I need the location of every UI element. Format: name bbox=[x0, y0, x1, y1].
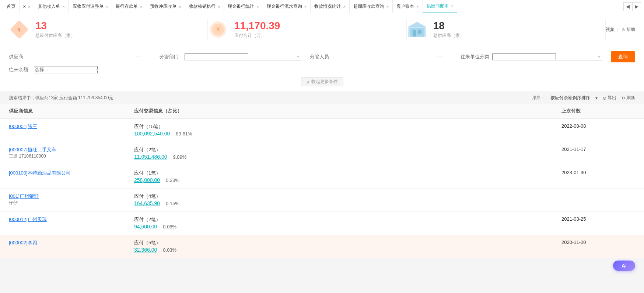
supplier-link[interactable]: [000100]本特勤油品有限公司 bbox=[9, 170, 134, 176]
nav-next-arrow[interactable]: ▶ bbox=[632, 2, 641, 11]
header-actions: 视频 | ⊙ 帮助 bbox=[606, 27, 635, 33]
table-header: 供应商信息 应付交易信息（占比） 上次付数 bbox=[0, 104, 644, 119]
close-icon[interactable]: × bbox=[343, 4, 345, 9]
supplier-info: [000012]广州贝瑞 bbox=[9, 216, 134, 223]
sort-chevron-icon[interactable]: ▾ bbox=[595, 96, 598, 101]
filter-section: 供应商 ··· 分管部门 ▾ 分管人员 ··· 往来单位分类 ▾ bbox=[0, 46, 644, 92]
tx-amount-link[interactable]: 32,366.00 bbox=[134, 247, 157, 253]
person-input[interactable] bbox=[335, 52, 452, 61]
coin-icon: ¥ bbox=[208, 19, 228, 40]
nav-tab-bank-deposit[interactable]: 银行存款单 × bbox=[112, 0, 146, 13]
close-icon[interactable]: × bbox=[218, 4, 220, 9]
transaction-info: 应付（2笔） 11,051,486.00 9.89% bbox=[134, 146, 561, 161]
query-button[interactable]: 查询 bbox=[611, 51, 635, 62]
unit-category-input[interactable] bbox=[492, 53, 556, 60]
close-icon[interactable]: × bbox=[256, 4, 259, 9]
nav-tab-overdue-query[interactable]: 超期应收款查询 × bbox=[350, 0, 393, 13]
supplier-link[interactable]: [000007]恒旺二手叉车 bbox=[9, 146, 134, 153]
unit-category-chevron-icon[interactable]: ▾ bbox=[598, 54, 601, 59]
person-input-wrap: ··· bbox=[335, 52, 452, 61]
close-icon[interactable]: × bbox=[140, 4, 142, 9]
dept-chevron-icon[interactable]: ▾ bbox=[297, 54, 300, 59]
ap-suppliers-count: 13 bbox=[35, 21, 75, 31]
video-link[interactable]: 视频 bbox=[606, 27, 615, 33]
close-icon[interactable]: × bbox=[451, 4, 453, 8]
nav-prev-arrow[interactable]: ◀ bbox=[623, 2, 632, 11]
total-suppliers-label: 总供应商（家） bbox=[433, 32, 464, 39]
table-row: [000001]张三 应付（15笔） 100,092,540.00 89.61%… bbox=[0, 119, 644, 142]
supplier-link[interactable]: [000012]广州贝瑞 bbox=[9, 216, 134, 223]
nav-tab-collection-stats[interactable]: 收款情况统计 × bbox=[311, 0, 349, 13]
svg-text:¥: ¥ bbox=[216, 26, 220, 32]
close-icon[interactable]: × bbox=[106, 4, 108, 9]
person-dots-icon[interactable]: ··· bbox=[438, 54, 442, 60]
refresh-icon: ↻ bbox=[622, 96, 625, 101]
table-row: [000007]恒旺二手叉车 王通 17106110000 应付（2笔） 11,… bbox=[0, 142, 644, 165]
transaction-info: 应付（2笔） 94,600.00 0.08% bbox=[134, 216, 561, 230]
supplier-link[interactable]: [001]广州荣轩 bbox=[9, 193, 134, 200]
ap-suppliers-label: 总应付供应商（家） bbox=[35, 32, 75, 39]
nav-tab-supplier-account[interactable]: 供应商账本 × bbox=[423, 0, 457, 13]
close-icon[interactable]: × bbox=[179, 4, 181, 9]
supplier-input-wrap: ··· bbox=[34, 52, 151, 61]
stat-ap-amount: ¥ 11,170.39 应付合计（万） bbox=[208, 19, 407, 40]
supplier-link[interactable]: [000001]张三 bbox=[9, 123, 134, 130]
close-icon[interactable]: × bbox=[304, 4, 307, 9]
svg-rect-6 bbox=[410, 28, 424, 37]
unit-category-select-wrap: ▾ bbox=[492, 53, 602, 61]
close-icon[interactable]: × bbox=[62, 4, 64, 9]
collapse-button[interactable]: ∧ 收起更多条件 bbox=[301, 77, 343, 86]
balance-chevron-icon[interactable]: ▾ bbox=[96, 67, 99, 72]
nav-tab-home[interactable]: 首页 bbox=[3, 0, 20, 13]
svg-rect-8 bbox=[418, 30, 421, 34]
collapse-bar: ∧ 收起更多条件 bbox=[9, 77, 635, 86]
nav-tab-collection-verify[interactable]: 收款核销执行 × bbox=[185, 0, 224, 13]
top-navigation: 首页 3 × 其他收入单 × 应收应付调整单 × 银行存款单 × 预收冲应收单 … bbox=[0, 0, 644, 13]
nav-tab-cash-bank-stats[interactable]: 现金银行统计 × bbox=[224, 0, 263, 13]
tx-amount-link[interactable]: 164,635.90 bbox=[134, 200, 160, 206]
ap-amount-label: 应付合计（万） bbox=[234, 32, 280, 39]
dept-input[interactable] bbox=[185, 53, 248, 60]
unit-category-label: 往来单位分类 bbox=[461, 54, 489, 60]
supplier-info: [001]广州荣轩 仔仔 bbox=[9, 193, 134, 206]
help-link[interactable]: ⊙ 帮助 bbox=[622, 27, 635, 33]
tx-amount-link[interactable]: 258,000.00 bbox=[134, 177, 160, 183]
lastpay-info: 2021-03-25 bbox=[561, 216, 635, 222]
sort-value[interactable]: 按应付余额倒序排序 bbox=[550, 95, 590, 101]
close-icon[interactable]: × bbox=[386, 4, 389, 9]
export-button[interactable]: ⊙ 导出 bbox=[603, 95, 616, 101]
stat-ap-suppliers: ¥ 13 总应付供应商（家） bbox=[9, 19, 208, 40]
main-table: 供应商信息 应付交易信息（占比） 上次付数 [000001]张三 应付（15笔）… bbox=[0, 104, 644, 258]
tx-amount-link[interactable]: 94,600.00 bbox=[134, 224, 157, 230]
balance-select[interactable] bbox=[34, 66, 98, 73]
dept-select-wrap: ▾ bbox=[185, 53, 301, 61]
nav-tab-ap-adjust[interactable]: 应收应付调整单 × bbox=[69, 0, 112, 13]
tx-amount-link[interactable]: 11,051,486.00 bbox=[134, 154, 167, 160]
header-transaction: 应付交易信息（占比） bbox=[134, 108, 561, 114]
collapse-up-icon: ∧ bbox=[307, 79, 310, 85]
stat-total-suppliers: 18 总供应商（家） bbox=[407, 19, 606, 40]
nav-tab-cash-bank-flow[interactable]: 现金银行流水查询 × bbox=[263, 0, 311, 13]
header-supplier: 供应商信息 bbox=[9, 108, 134, 114]
close-icon[interactable]: × bbox=[416, 4, 419, 9]
person-filter-label: 分管人员 bbox=[310, 54, 332, 60]
supplier-info: [000002]李四 bbox=[9, 239, 134, 246]
filter-balance: 往来余额 ▾ bbox=[9, 66, 635, 73]
table-row: [000012]广州贝瑞 应付（2笔） 94,600.00 0.08% 2021… bbox=[0, 212, 644, 235]
dept-filter-label: 分管部门 bbox=[160, 54, 182, 60]
refresh-button[interactable]: ↻ 刷新 bbox=[622, 95, 635, 101]
table-row: [000100]本特勤油品有限公司 应付（1笔） 258,000.00 0.23… bbox=[0, 165, 644, 189]
filter-row-2: 往来余额 ▾ bbox=[9, 66, 635, 73]
nav-tab-customer-account[interactable]: 客户账本 × bbox=[393, 0, 423, 13]
nav-tab-3[interactable]: 3 × bbox=[20, 0, 34, 13]
ap-amount-value: 11,170.39 bbox=[234, 21, 280, 31]
nav-tab-other-income[interactable]: 其他收入单 × bbox=[34, 0, 69, 13]
supplier-input[interactable] bbox=[34, 52, 151, 61]
tx-amount-link[interactable]: 100,092,540.00 bbox=[134, 131, 170, 137]
supplier-dots-icon[interactable]: ··· bbox=[137, 54, 141, 60]
table-row: [000002]李四 应付（5笔） 32,366.00 0.03% 2020-1… bbox=[0, 235, 644, 258]
lastpay-info: 2023-01-30 bbox=[561, 170, 635, 175]
nav-tab-advance-offset[interactable]: 预收冲应收单 × bbox=[146, 0, 185, 13]
close-icon[interactable]: × bbox=[28, 4, 30, 9]
supplier-link[interactable]: [000002]李四 bbox=[9, 239, 134, 246]
